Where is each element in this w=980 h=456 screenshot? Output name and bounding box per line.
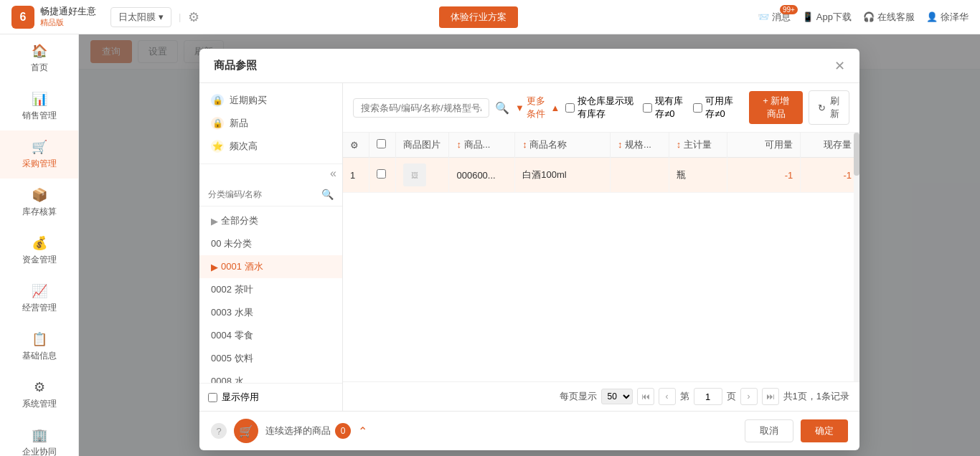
avail-ne-checkbox-input[interactable] bbox=[693, 103, 702, 113]
page-next-button[interactable]: › bbox=[740, 388, 758, 405]
modal-header: 商品参照 ✕ bbox=[199, 49, 859, 83]
recent-icon: 🔒 bbox=[211, 94, 224, 107]
refresh-button[interactable]: ↻ 刷新 bbox=[809, 90, 849, 125]
collapse-icon[interactable]: « bbox=[330, 167, 336, 180]
cancel-button[interactable]: 取消 bbox=[745, 419, 793, 442]
category-search-input[interactable] bbox=[208, 189, 317, 199]
sidebar-item-sales[interactable]: 📊 销售管理 bbox=[0, 82, 78, 130]
sidebar-label-basic-info: 基础信息 bbox=[22, 350, 57, 362]
search-icon[interactable]: 🔍 bbox=[321, 189, 334, 200]
collapse-panel: « bbox=[199, 164, 342, 183]
page-label: 第 bbox=[680, 390, 689, 403]
sidebar: 🏠 首页 📊 销售管理 🛒 采购管理 📦 库存核算 💰 资金管理 📈 经营管理 … bbox=[0, 34, 79, 456]
settings-col-icon[interactable]: ⚙ bbox=[350, 140, 359, 151]
cell-avail: -1 bbox=[727, 158, 801, 193]
sidebar-item-operations[interactable]: 📈 经营管理 bbox=[0, 275, 78, 323]
cart-icon[interactable]: 🛒 bbox=[234, 419, 258, 443]
help-icon[interactable]: ? bbox=[211, 423, 227, 439]
quick-filter-new[interactable]: 🔒 新品 bbox=[199, 112, 342, 135]
checkbox-stock-ne[interactable]: 现有库存≠0 bbox=[643, 95, 687, 120]
stock-ne-checkbox-input[interactable] bbox=[643, 103, 652, 113]
cat-item-0002[interactable]: 0002 茶叶 bbox=[199, 278, 342, 301]
product-search-input[interactable] bbox=[353, 98, 489, 118]
warehouse-checkbox-input[interactable] bbox=[565, 103, 575, 113]
footer-right: 取消 确定 bbox=[745, 419, 848, 442]
sidebar-item-purchase[interactable]: 🛒 采购管理 bbox=[0, 130, 78, 179]
th-checkbox bbox=[369, 133, 396, 158]
home-icon: 🏠 bbox=[32, 43, 47, 59]
sidebar-item-enterprise[interactable]: 🏢 企业协同 bbox=[0, 419, 78, 456]
cat-arrow-all: ▶ bbox=[211, 216, 218, 227]
cat-item-0001[interactable]: ▶ 0001 酒水 bbox=[199, 255, 342, 278]
th-code: ↕ 商品... bbox=[449, 133, 515, 158]
row-checkbox[interactable] bbox=[377, 169, 386, 179]
nav-center: 体验行业方案 bbox=[199, 6, 757, 28]
sidebar-item-system[interactable]: ⚙ 系统管理 bbox=[0, 371, 78, 419]
message-icon: 📨 bbox=[758, 11, 769, 22]
customer-service-nav[interactable]: 🎧 在线客服 bbox=[863, 11, 915, 24]
modal-overlay: 商品参照 ✕ 🔒 近期购买 🔒 bbox=[79, 34, 980, 456]
page-first-button[interactable]: ⏮ bbox=[637, 388, 654, 405]
add-product-button[interactable]: + 新增商品 bbox=[749, 91, 803, 124]
show-disabled-label: 显示停用 bbox=[222, 391, 259, 404]
logo-area: 6 畅捷通好生意 精品版 bbox=[11, 6, 96, 29]
product-thumbnail: 🖼 bbox=[403, 163, 426, 186]
sidebar-label-home: 首页 bbox=[31, 62, 48, 74]
page-last-button[interactable]: ⏭ bbox=[762, 388, 779, 405]
sidebar-item-basic-info[interactable]: 📋 基础信息 bbox=[0, 323, 78, 371]
mobile-icon: 📱 bbox=[802, 11, 814, 22]
cta-button[interactable]: 体验行业方案 bbox=[439, 6, 518, 28]
cell-spec bbox=[610, 158, 669, 193]
page-size-label: 每页显示 bbox=[560, 390, 597, 403]
cell-checkbox bbox=[369, 158, 396, 193]
app-download-nav[interactable]: 📱 App下载 bbox=[802, 11, 852, 24]
filter-expand-icon: ▲ bbox=[551, 103, 560, 113]
scrollbar-track bbox=[854, 133, 859, 381]
purchase-icon: 🛒 bbox=[32, 139, 47, 155]
search-button-icon[interactable]: 🔍 bbox=[495, 101, 509, 115]
product-table: ⚙ 商品图片 bbox=[343, 133, 859, 193]
sort-icon-code: ↕ bbox=[456, 139, 461, 150]
nav-selector[interactable]: 日太阳膜 ▾ bbox=[110, 7, 171, 27]
cat-item-0004[interactable]: 0004 零食 bbox=[199, 324, 342, 347]
close-icon[interactable]: ✕ bbox=[834, 60, 845, 72]
confirm-button[interactable]: 确定 bbox=[801, 419, 848, 442]
modal-body: 🔒 近期购买 🔒 新品 ⭐ 频次高 bbox=[199, 83, 859, 411]
category-list: ▶ 全部分类 00 未分类 ▶ 0001 酒水 0002 茶 bbox=[199, 206, 342, 383]
footer-collapse-icon[interactable]: ⌃ bbox=[358, 424, 367, 438]
page-prev-button[interactable]: ‹ bbox=[659, 388, 676, 405]
cat-item-0005[interactable]: 0005 饮料 bbox=[199, 347, 342, 370]
finance-icon: 💰 bbox=[32, 235, 47, 251]
th-spec: ↕ 规格... bbox=[610, 133, 669, 158]
sidebar-label-system: 系统管理 bbox=[22, 398, 57, 410]
scrollbar-thumb[interactable] bbox=[854, 133, 859, 176]
page-size-select[interactable]: 50 bbox=[601, 389, 633, 404]
quick-filter-recent[interactable]: 🔒 近期购买 bbox=[199, 89, 342, 112]
operations-icon: 📈 bbox=[32, 283, 47, 299]
sidebar-item-home[interactable]: 🏠 首页 bbox=[0, 34, 78, 82]
sidebar-item-inventory[interactable]: 📦 库存核算 bbox=[0, 179, 78, 227]
cat-item-0003[interactable]: 0003 水果 bbox=[199, 301, 342, 324]
sidebar-item-finance[interactable]: 💰 资金管理 bbox=[0, 227, 78, 275]
user-avatar[interactable]: 👤 徐泽华 bbox=[926, 11, 969, 24]
gear-icon[interactable]: ⚙ bbox=[188, 9, 199, 25]
cell-name: 白酒100ml bbox=[515, 158, 611, 193]
cell-stock: -1 bbox=[801, 158, 859, 193]
sidebar-label-operations: 经营管理 bbox=[22, 302, 57, 314]
checkbox-warehouse[interactable]: 按仓库显示现有库存 bbox=[565, 95, 637, 120]
table-row[interactable]: 1 🖼 000600... 白酒100ml bbox=[343, 158, 859, 193]
product-table-container: ⚙ 商品图片 bbox=[343, 133, 859, 381]
cat-item-00[interactable]: 00 未分类 bbox=[199, 232, 342, 255]
more-filter-button[interactable]: ▼ 更多条件 ▲ bbox=[515, 95, 560, 120]
page-input[interactable] bbox=[694, 388, 722, 405]
quick-filter-freq[interactable]: ⭐ 频次高 bbox=[199, 135, 342, 158]
show-disabled-checkbox[interactable] bbox=[208, 393, 217, 402]
cat-item-0008[interactable]: 0008 水 bbox=[199, 370, 342, 383]
messages-nav[interactable]: 📨 消息 99+ bbox=[758, 11, 791, 24]
message-badge: 99+ bbox=[780, 5, 798, 14]
product-reference-modal: 商品参照 ✕ 🔒 近期购买 🔒 bbox=[199, 49, 859, 450]
cat-item-all[interactable]: ▶ 全部分类 bbox=[199, 209, 342, 232]
select-all-checkbox[interactable] bbox=[377, 139, 386, 148]
quick-filters: 🔒 近期购买 🔒 新品 ⭐ 频次高 bbox=[199, 83, 342, 164]
checkbox-avail-ne[interactable]: 可用库存≠0 bbox=[693, 95, 738, 120]
